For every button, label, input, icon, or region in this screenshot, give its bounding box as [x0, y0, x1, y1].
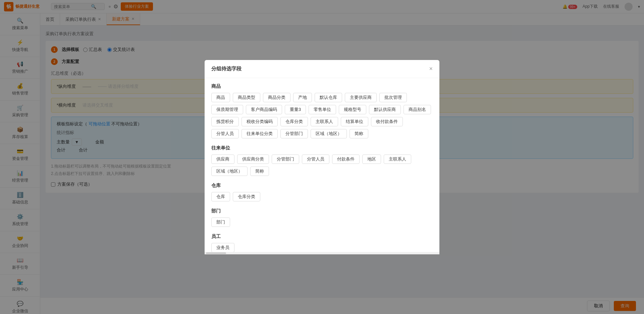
- field-section-partner: 往来单位供应商供应商分类分管部门分管人员付款条件地区主联系人区域（地区）简称: [211, 145, 433, 176]
- field-tag-product-20[interactable]: 分管人员: [211, 129, 239, 138]
- field-tag-partner-0[interactable]: 供应商: [211, 154, 234, 164]
- field-tag-product-10[interactable]: 零售单位: [309, 105, 336, 114]
- field-tag-employee-0[interactable]: 业务员: [211, 243, 234, 252]
- modal-title: 分组待选字段: [211, 66, 241, 72]
- field-section-employee: 员工业务员: [211, 234, 433, 252]
- section-title-warehouse: 仓库: [211, 183, 433, 189]
- field-tag-warehouse-1[interactable]: 仓库分类: [233, 192, 260, 201]
- field-tag-partner-8[interactable]: 简称: [250, 167, 269, 176]
- field-tag-product-6[interactable]: 批次管理: [379, 93, 407, 102]
- field-tags-warehouse: 仓库仓库分类: [211, 192, 433, 201]
- field-tag-partner-6[interactable]: 主联系人: [384, 154, 411, 164]
- modal-scrollbar-thumb: [206, 252, 226, 254]
- field-tags-department: 部门: [211, 217, 433, 227]
- field-tag-product-5[interactable]: 主要供应商: [345, 93, 377, 102]
- field-tag-product-15[interactable]: 税收分类编码: [241, 117, 278, 126]
- field-tag-product-17[interactable]: 主联系人: [311, 117, 338, 126]
- section-title-partner: 往来单位: [211, 145, 433, 151]
- field-tag-partner-5[interactable]: 地区: [362, 154, 381, 164]
- field-tag-product-2[interactable]: 商品分类: [263, 93, 290, 102]
- field-tag-partner-7[interactable]: 区域（地区）: [211, 167, 248, 176]
- section-title-product: 商品: [211, 83, 433, 89]
- field-section-product: 商品商品商品类型商品分类产地默认仓库主要供应商批次管理保质期管理客户商品编码重量…: [211, 83, 433, 138]
- modal-horizontal-scrollbar[interactable]: [205, 252, 439, 254]
- field-tag-warehouse-0[interactable]: 仓库: [211, 192, 230, 201]
- modal-close-button[interactable]: ×: [429, 65, 433, 72]
- field-section-warehouse: 仓库仓库仓库分类: [211, 183, 433, 201]
- field-tag-product-22[interactable]: 分管部门: [280, 129, 308, 138]
- field-tags-product: 商品商品类型商品分类产地默认仓库主要供应商批次管理保质期管理客户商品编码重量3零…: [211, 93, 433, 138]
- field-tag-product-0[interactable]: 商品: [211, 93, 230, 102]
- field-tag-partner-4[interactable]: 付款条件: [332, 154, 360, 164]
- field-tag-product-14[interactable]: 拣货积分: [211, 117, 239, 126]
- field-tag-product-19[interactable]: 收付款条件: [371, 117, 403, 126]
- modal-body[interactable]: 商品商品商品类型商品分类产地默认仓库主要供应商批次管理保质期管理客户商品编码重量…: [205, 78, 439, 252]
- field-tag-product-9[interactable]: 重量3: [285, 105, 306, 114]
- field-tag-product-12[interactable]: 默认供应商: [369, 105, 401, 114]
- field-tag-department-0[interactable]: 部门: [211, 217, 230, 227]
- modal-overlay[interactable]: 分组待选字段 × 商品商品商品类型商品分类产地默认仓库主要供应商批次管理保质期管…: [0, 0, 644, 314]
- field-tag-product-16[interactable]: 仓库分类: [280, 117, 308, 126]
- field-tag-product-23[interactable]: 区域（地区）: [311, 129, 347, 138]
- field-tag-partner-2[interactable]: 分管部门: [272, 154, 299, 164]
- section-title-department: 部门: [211, 208, 433, 214]
- modal-dialog: 分组待选字段 × 商品商品商品类型商品分类产地默认仓库主要供应商批次管理保质期管…: [205, 60, 439, 254]
- field-tag-product-13[interactable]: 商品别名: [404, 105, 431, 114]
- field-tags-employee: 业务员: [211, 243, 433, 252]
- section-title-employee: 员工: [211, 234, 433, 240]
- field-tag-product-11[interactable]: 规格型号: [339, 105, 366, 114]
- field-tags-partner: 供应商供应商分类分管部门分管人员付款条件地区主联系人区域（地区）简称: [211, 154, 433, 176]
- field-tag-product-7[interactable]: 保质期管理: [211, 105, 243, 114]
- field-tag-product-3[interactable]: 产地: [293, 93, 312, 102]
- field-tag-product-24[interactable]: 简称: [350, 129, 368, 138]
- field-tag-product-21[interactable]: 往来单位分类: [241, 129, 278, 138]
- modal-header: 分组待选字段 ×: [205, 60, 439, 78]
- field-tag-partner-1[interactable]: 供应商分类: [237, 154, 269, 164]
- field-tag-product-18[interactable]: 结算单位: [341, 117, 368, 126]
- field-tag-partner-3[interactable]: 分管人员: [302, 154, 329, 164]
- field-tag-product-8[interactable]: 客户商品编码: [246, 105, 282, 114]
- field-tag-product-4[interactable]: 默认仓库: [315, 93, 342, 102]
- field-tag-product-1[interactable]: 商品类型: [233, 93, 260, 102]
- field-section-department: 部门部门: [211, 208, 433, 227]
